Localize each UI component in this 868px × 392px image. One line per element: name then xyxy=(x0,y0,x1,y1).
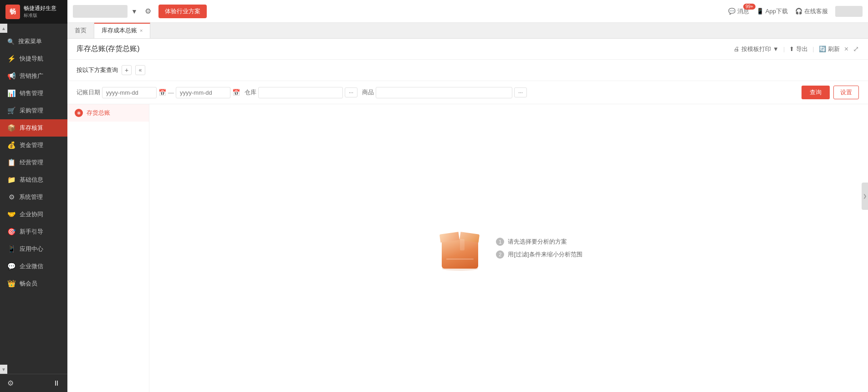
print-label: 按模板打印 xyxy=(741,45,771,53)
product-label: 商品 xyxy=(362,88,374,97)
sidebar-enterprise-label: 企业协同 xyxy=(20,210,43,219)
service-icon: 🎧 xyxy=(795,8,802,15)
wecom-icon: 💬 xyxy=(7,262,16,270)
sidebar-system-label: 系统管理 xyxy=(19,193,43,201)
filter-collapse-btn[interactable]: « xyxy=(135,65,145,75)
date-start-input[interactable] xyxy=(102,87,157,98)
sidebar-item-purchase[interactable]: 🛒 采购管理 xyxy=(0,102,67,119)
search-icon: 🔍 xyxy=(7,38,15,45)
date-start-cal-btn[interactable]: 📅 xyxy=(158,89,166,96)
refresh-btn[interactable]: 🔄 刷新 xyxy=(819,45,840,53)
sidebar-operation-label: 经营管理 xyxy=(20,158,43,167)
export-btn[interactable]: ⬆ 导出 xyxy=(789,45,808,53)
date-end-input[interactable] xyxy=(176,87,230,98)
sidebar-member-label: 畅会员 xyxy=(20,280,37,288)
sidebar-marketing-label: 营销推广 xyxy=(20,72,43,80)
tip-text-1: 请先选择要分析的方案 xyxy=(508,238,567,246)
message-badge: 99+ xyxy=(743,4,756,10)
empty-text: 1 请先选择要分析的方案 2 用[过滤]条件来缩小分析范围 xyxy=(496,238,582,259)
app-icon: 📱 xyxy=(756,8,764,15)
product-filter: 商品 ··· xyxy=(362,87,527,98)
topbar-placeholder xyxy=(73,5,128,18)
print-icon: 🖨 xyxy=(734,46,740,52)
tab-inventory-ledger[interactable]: 库存成本总账 × xyxy=(94,23,150,38)
right-panel: 1 请先选择要分析的方案 2 用[过滤]条件来缩小分析范围 xyxy=(149,104,868,392)
sidebar-item-enterprise[interactable]: 🤝 企业协同 xyxy=(0,206,67,223)
sidebar-toggle-btn[interactable]: ⏸ xyxy=(53,379,60,387)
query-btn[interactable]: 查询 xyxy=(802,86,830,99)
topbar-dropdown-btn[interactable]: ▼ xyxy=(131,8,138,15)
topbar-online-service[interactable]: 🎧 在线客服 xyxy=(795,7,828,15)
settings-btn[interactable]: 设置 xyxy=(833,86,859,99)
sidebar-item-inventory[interactable]: 📦 库存核算 xyxy=(0,119,67,137)
box-line xyxy=(446,259,474,260)
sidebar-sales-label: 销售管理 xyxy=(20,89,43,97)
sidebar-item-sales[interactable]: 📊 销售管理 xyxy=(0,85,67,102)
member-icon: 👑 xyxy=(7,280,16,288)
date-label: 记账日期 xyxy=(77,88,100,97)
filter-bar: 按以下方案查询 + « xyxy=(67,60,868,81)
topbar-settings-btn[interactable]: ⚙ xyxy=(141,5,155,18)
sidebar-item-system[interactable]: ⚙ 系统管理 xyxy=(0,188,67,206)
message-icon: 💬 xyxy=(728,8,735,15)
date-filter: 记账日期 📅 — 📅 xyxy=(77,87,240,98)
sidebar-item-operation[interactable]: 📋 经营管理 xyxy=(0,154,67,171)
date-end-cal-btn[interactable]: 📅 xyxy=(232,89,240,96)
sidebar-settings-btn[interactable]: ⚙ xyxy=(7,379,14,387)
operation-icon: 📋 xyxy=(7,158,16,167)
content-expand-btn[interactable]: ⤢ xyxy=(853,45,859,53)
tab-home-label: 首页 xyxy=(75,26,87,35)
content-close-btn[interactable]: × xyxy=(844,45,848,53)
sidebar-item-newbie[interactable]: 🎯 新手引导 xyxy=(0,223,67,240)
content-area: 库存总账(存货总账) 🖨 按模板打印 ▼ | ⬆ 导出 | 🔄 刷新 × xyxy=(67,39,868,392)
industry-btn[interactable]: 体验行业方案 xyxy=(158,5,207,18)
filter-add-btn[interactable]: + xyxy=(122,65,132,75)
sidebar-scroll-up[interactable]: ▲ xyxy=(0,24,7,33)
export-label: 导出 xyxy=(796,45,808,53)
sidebar-item-basic[interactable]: 📁 基础信息 xyxy=(0,171,67,188)
tip-num-2: 2 xyxy=(496,250,504,259)
topbar-app-download[interactable]: 📱 App下载 xyxy=(756,7,788,15)
sidebar-nav: 🔍 搜索菜单 ⚡ 快捷导航 📢 营销推广 📊 销售管理 🛒 采购管理 📦 库存核… xyxy=(0,33,67,365)
left-panel-inventory-ledger[interactable]: ❋ 存货总账 xyxy=(67,104,149,122)
page-title: 库存总账(存货总账) xyxy=(77,44,140,54)
sidebar-item-wecom[interactable]: 💬 企业微信 xyxy=(0,258,67,275)
filter-row: 记账日期 📅 — 📅 仓库 ··· 商品 ··· 查询 设置 xyxy=(67,81,868,104)
page-header: 库存总账(存货总账) 🖨 按模板打印 ▼ | ⬆ 导出 | 🔄 刷新 × xyxy=(67,39,868,60)
topbar-messages[interactable]: 💬 消息 99+ xyxy=(728,7,749,15)
side-handle[interactable]: ❯ xyxy=(862,183,868,210)
sidebar-item-finance[interactable]: 💰 资金管理 xyxy=(0,137,67,154)
empty-tip-1: 1 请先选择要分析的方案 xyxy=(496,238,582,246)
tab-home[interactable]: 首页 xyxy=(67,23,94,38)
filter-add-icon: + xyxy=(125,66,128,74)
warehouse-label: 仓库 xyxy=(245,88,256,97)
basic-icon: 📁 xyxy=(7,176,16,184)
filter-label: 按以下方案查询 xyxy=(77,66,118,74)
tab-close-icon[interactable]: × xyxy=(140,28,143,33)
purchase-icon: 🛒 xyxy=(7,107,16,115)
print-btn[interactable]: 🖨 按模板打印 ▼ xyxy=(734,45,779,53)
sidebar-item-appstore[interactable]: 📱 应用中心 xyxy=(0,240,67,258)
print-dropdown-icon: ▼ xyxy=(773,46,779,52)
topbar: ▼ ⚙ 体验行业方案 💬 消息 99+ 📱 App下载 🎧 在线客服 xyxy=(67,0,868,23)
inventory-icon: 📦 xyxy=(7,124,16,132)
refresh-label: 刷新 xyxy=(828,45,840,53)
newbie-icon: 🎯 xyxy=(7,228,16,236)
sidebar-basic-label: 基础信息 xyxy=(20,176,43,184)
sidebar-purchase-label: 采购管理 xyxy=(20,107,43,115)
finance-icon: 💰 xyxy=(7,141,16,149)
product-more-btn[interactable]: ··· xyxy=(514,87,527,97)
warehouse-input[interactable] xyxy=(258,87,343,98)
sidebar-scroll-down[interactable]: ▼ xyxy=(0,365,7,374)
appstore-icon: 📱 xyxy=(7,245,16,253)
warehouse-more-btn[interactable]: ··· xyxy=(345,87,357,97)
sidebar-item-search[interactable]: 🔍 搜索菜单 xyxy=(0,33,67,50)
empty-illustration xyxy=(435,223,485,273)
system-icon: ⚙ xyxy=(7,193,15,201)
sidebar-item-marketing[interactable]: 📢 营销推广 xyxy=(0,67,67,85)
product-input[interactable] xyxy=(376,87,512,98)
sidebar-item-member[interactable]: 👑 畅会员 xyxy=(0,275,67,292)
sidebar-item-shortcut[interactable]: ⚡ 快捷导航 xyxy=(0,50,67,67)
sales-icon: 📊 xyxy=(7,89,16,97)
shortcut-icon: ⚡ xyxy=(7,55,16,63)
